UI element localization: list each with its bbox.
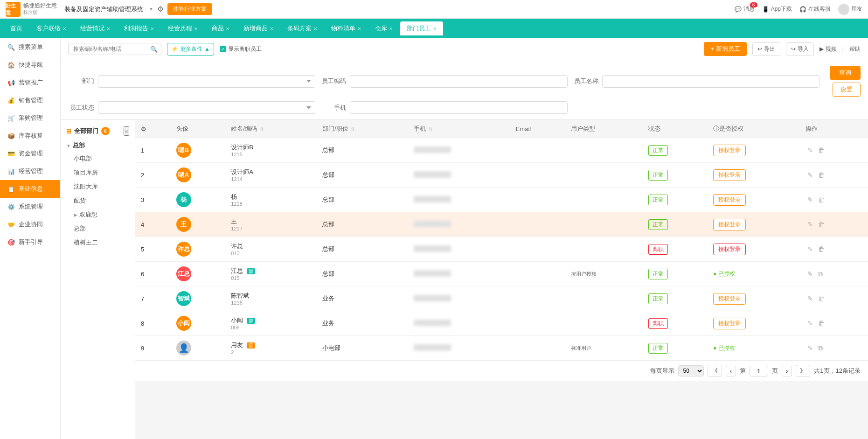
collapse-tree-btn[interactable]: « [124, 126, 129, 136]
first-page-btn[interactable]: 《 [708, 365, 722, 377]
tab-barcode[interactable]: 条码方案 ✕ [281, 21, 324, 35]
tab-customer[interactable]: 客户联络 ✕ [30, 21, 73, 35]
help-button[interactable]: 帮助 [849, 45, 861, 53]
copy-button[interactable]: ⧉ [816, 343, 825, 353]
import-button[interactable]: ↪ 导入 [786, 42, 814, 56]
sidebar-item-basic[interactable]: 📋 基础信息 [0, 180, 60, 198]
auth-login-button[interactable]: 授权登录 [713, 145, 746, 156]
app-download-btn[interactable]: 📱 App下载 [762, 5, 792, 13]
close-icon[interactable]: ✕ [62, 26, 66, 31]
tab-goods[interactable]: 商品 ✕ [205, 21, 236, 35]
edit-button[interactable]: ✎ [806, 269, 815, 279]
tab-home[interactable]: 首页 [4, 21, 29, 35]
auth-login-button[interactable]: 授权登录 [713, 293, 746, 305]
edit-button[interactable]: ✎ [806, 220, 815, 229]
user-btn[interactable]: 用友 [838, 4, 862, 15]
query-button[interactable]: 查询 [830, 66, 861, 80]
emp-name-input[interactable] [602, 75, 819, 88]
auth-login-button[interactable]: 授权登录 [713, 318, 746, 329]
page-number-input[interactable] [750, 366, 768, 376]
edit-button[interactable]: ✎ [806, 319, 815, 328]
notification-btn[interactable]: 💬 消息 6 [735, 5, 755, 13]
tab-profit[interactable]: 利润报告 ✕ [118, 21, 160, 35]
edit-button[interactable]: ✎ [806, 146, 815, 155]
add-employee-button[interactable]: + 新增员工 [704, 42, 746, 56]
emp-status-select[interactable] [98, 101, 315, 114]
close-icon[interactable]: ✕ [357, 26, 361, 31]
close-icon[interactable]: ✕ [106, 26, 110, 31]
close-icon[interactable]: ✕ [433, 26, 437, 31]
dept-item-shuanglu[interactable]: ▶ 双鹿想 [64, 208, 135, 222]
show-resigned-wrap[interactable]: ✓ 显示离职员工 [220, 45, 262, 53]
dept-item-zhishu[interactable]: 植树王二 [64, 236, 135, 250]
sidebar-item-collab[interactable]: 🤝 企业协同 [0, 216, 60, 233]
tab-add-goods[interactable]: 新增商品 ✕ [237, 21, 280, 35]
close-icon[interactable]: ✕ [150, 26, 154, 31]
tab-warehouse[interactable]: 仓库 ✕ [368, 21, 399, 35]
phone-input[interactable] [350, 101, 567, 114]
auth-login-button[interactable]: 授权登录 [713, 219, 746, 230]
dept-group-general[interactable]: ▼ 总部 [61, 139, 135, 152]
edit-button[interactable]: ✎ [806, 195, 815, 204]
delete-button[interactable]: 🗑 [816, 294, 826, 303]
delete-button[interactable]: 🗑 [816, 170, 826, 180]
dept-item-project[interactable]: 项目库房 [64, 166, 135, 180]
edit-button[interactable]: ✎ [806, 294, 815, 303]
sidebar-item-sales[interactable]: 💰 销售管理 [0, 91, 60, 109]
sidebar-item-inventory[interactable]: 📦 库存核算 [0, 127, 60, 145]
more-filter-btn[interactable]: ⚡ 更多条件 ▲ [167, 43, 214, 56]
th-dept[interactable]: 部门/职位 ⇅ [317, 120, 408, 138]
settings-icon[interactable]: ⚙ [157, 5, 164, 14]
show-resigned-checkbox[interactable]: ✓ [220, 46, 226, 52]
last-page-btn[interactable]: 》 [796, 365, 810, 377]
search-input[interactable] [68, 43, 161, 55]
system-dropdown-icon[interactable]: ▼ [149, 7, 153, 12]
search-submit-icon[interactable]: 🔍 [150, 46, 158, 53]
emp-code-input[interactable] [350, 75, 567, 88]
set-button[interactable]: 设置 [833, 83, 861, 97]
sidebar-item-purchase[interactable]: 🛒 采购管理 [0, 109, 60, 127]
auth-login-button-red[interactable]: 授权登录 [713, 244, 746, 255]
sidebar-item-marketing[interactable]: 📢 营销推广 [0, 74, 60, 91]
close-icon[interactable]: ✕ [313, 26, 317, 31]
close-icon[interactable]: ✕ [389, 26, 393, 31]
sidebar-item-operation[interactable]: 📊 经营管理 [0, 162, 60, 180]
auth-login-button[interactable]: 授权登录 [713, 194, 746, 206]
sidebar-item-search[interactable]: 🔍 搜索菜单 [0, 38, 60, 56]
next-page-btn[interactable]: › [782, 366, 792, 376]
delete-button[interactable]: 🗑 [816, 195, 826, 204]
tab-business[interactable]: 经营情况 ✕ [74, 21, 117, 35]
online-service-btn[interactable]: 🎧 在线客服 [799, 5, 831, 13]
close-icon[interactable]: ✕ [270, 26, 273, 31]
delete-button[interactable]: 🗑 [816, 244, 826, 254]
export-button[interactable]: ↩ 导出 [752, 42, 780, 56]
delete-button[interactable]: 🗑 [816, 146, 826, 155]
edit-button[interactable]: ✎ [806, 170, 815, 180]
auth-login-button[interactable]: 授权登录 [713, 169, 746, 181]
trial-button[interactable]: 体验行业方案 [167, 3, 212, 15]
delete-button[interactable]: 🗑 [816, 319, 826, 328]
dept-filter-select[interactable] [98, 75, 315, 88]
th-settings[interactable]: ⚙ [135, 120, 171, 138]
close-icon[interactable]: ✕ [226, 26, 229, 31]
sidebar-item-system[interactable]: ⚙️ 系统管理 [0, 198, 60, 216]
tab-dept-emp[interactable]: 部门员工 ✕ [400, 21, 443, 35]
dept-item-shenyang[interactable]: 沈阳大库 [64, 180, 135, 194]
close-icon[interactable]: ✕ [194, 26, 198, 31]
prev-page-btn[interactable]: ‹ [726, 366, 736, 376]
copy-button[interactable]: ⧉ [816, 269, 825, 279]
sidebar-item-finance[interactable]: 💳 资金管理 [0, 145, 60, 162]
page-size-select[interactable]: 50 100 [678, 365, 704, 376]
edit-button[interactable]: ✎ [806, 343, 815, 353]
dept-item-peihuo[interactable]: 配货 [64, 194, 135, 208]
dept-item-zongbu[interactable]: 总部 [64, 222, 135, 236]
tab-history[interactable]: 经营历程 ✕ [161, 21, 204, 35]
sidebar-item-guide[interactable]: 🎯 新手引导 [0, 233, 60, 251]
th-phone[interactable]: 手机 ⇅ [408, 120, 510, 138]
dept-item-xiaodian[interactable]: 小电部 [64, 152, 135, 166]
sidebar-item-nav[interactable]: 🏠 快捷导航 [0, 56, 60, 74]
view-button[interactable]: ▶ 视频 [819, 45, 837, 53]
column-settings-icon[interactable]: ⚙ [141, 125, 146, 132]
tab-bom[interactable]: 物料清单 ✕ [325, 21, 368, 35]
edit-button[interactable]: ✎ [806, 244, 815, 254]
